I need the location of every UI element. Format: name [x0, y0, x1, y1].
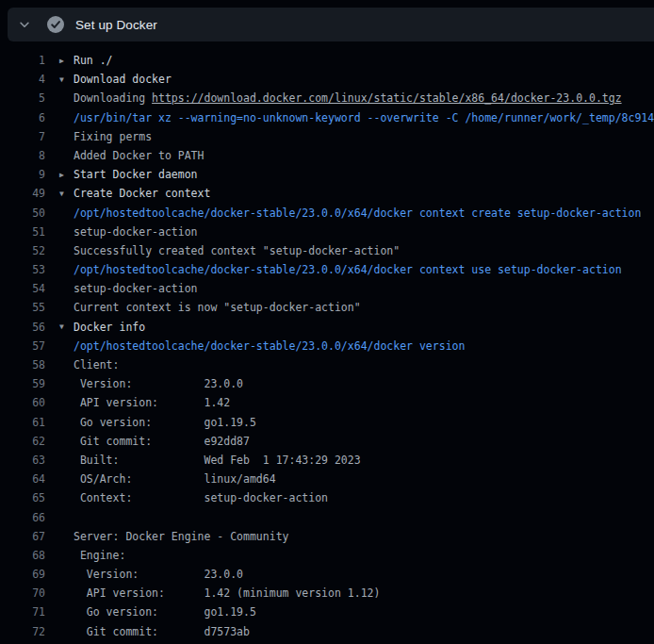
log-link[interactable]: https://download.docker.com/linux/static…	[152, 91, 622, 105]
chevron-down-icon[interactable]	[18, 18, 31, 31]
log-gutter	[45, 413, 74, 432]
log-line-number[interactable]: 62	[0, 432, 45, 451]
log-line: 72 Git commit: d7573ab	[0, 622, 654, 641]
log-line-number[interactable]: 5	[0, 89, 45, 107]
log-line-number[interactable]: 67	[0, 527, 45, 546]
log-line-number[interactable]: 50	[0, 204, 45, 223]
log-gutter: ▼	[45, 184, 74, 203]
log-gutter	[45, 337, 74, 355]
log-line: 59 Version: 23.0.0	[0, 374, 654, 393]
log-line: 67Server: Docker Engine - Community	[0, 527, 654, 546]
log-gutter	[45, 298, 74, 317]
log-line-number[interactable]: 7	[0, 127, 45, 146]
log-line-number[interactable]: 66	[0, 508, 45, 527]
log-text: Git commit: e92dd87	[74, 432, 654, 451]
log-line: 5Downloading https://download.docker.com…	[0, 89, 654, 107]
log-line: 65 Context: setup-docker-action	[0, 488, 654, 507]
log-text: /opt/hostedtoolcache/docker-stable/23.0.…	[74, 204, 654, 223]
log-text: Go version: go1.19.5	[74, 413, 654, 432]
group-collapse-icon[interactable]: ▼	[59, 185, 64, 204]
log-text: Server: Docker Engine - Community	[74, 527, 654, 546]
log-text: Successfully created context "setup-dock…	[74, 241, 654, 260]
log-line-number[interactable]: 56	[0, 318, 45, 337]
log-line-number[interactable]: 61	[0, 413, 45, 432]
log-text: API version: 1.42	[74, 393, 654, 412]
group-title[interactable]: Download docker	[74, 70, 654, 89]
log-line-number[interactable]: 58	[0, 355, 45, 374]
log-line-number[interactable]: 59	[0, 374, 45, 393]
log-line: 51setup-docker-action	[0, 223, 654, 241]
log-line: 70 API version: 1.42 (minimum version 1.…	[0, 584, 654, 603]
log-line-number[interactable]: 72	[0, 622, 45, 641]
log-line-number[interactable]: 9	[0, 165, 45, 184]
log-text: Added Docker to PATH	[74, 146, 654, 165]
log-line-number[interactable]: 6	[0, 108, 45, 127]
group-title[interactable]: Create Docker context	[74, 184, 654, 203]
group-title[interactable]: Docker info	[74, 318, 654, 337]
log-gutter	[45, 127, 74, 146]
log-line-number[interactable]: 55	[0, 298, 45, 317]
group-title[interactable]: Start Docker daemon	[74, 165, 654, 184]
log-text: Context: setup-docker-action	[74, 488, 654, 507]
log-line-number[interactable]: 60	[0, 393, 45, 412]
log-gutter	[45, 546, 74, 565]
log-line: 53/opt/hostedtoolcache/docker-stable/23.…	[0, 260, 654, 279]
group-expand-icon[interactable]: ▶	[59, 166, 64, 185]
log-line: 68 Engine:	[0, 546, 654, 565]
log-line: 69 Version: 23.0.0	[0, 565, 654, 584]
log-line: 58Client:	[0, 355, 654, 374]
log-line: 57/opt/hostedtoolcache/docker-stable/23.…	[0, 337, 654, 355]
log-line: 9▶Start Docker daemon	[0, 165, 654, 184]
log-line-number[interactable]: 54	[0, 279, 45, 298]
log-line-number[interactable]: 65	[0, 488, 45, 507]
log-text: OS/Arch: linux/amd64	[74, 470, 654, 488]
log-line-number[interactable]: 53	[0, 260, 45, 279]
step-header[interactable]: Set up Docker	[8, 8, 654, 41]
log-text: /opt/hostedtoolcache/docker-stable/23.0.…	[74, 337, 654, 355]
log-gutter	[45, 565, 74, 584]
log-line-number[interactable]: 4	[0, 70, 45, 89]
log-gutter	[45, 374, 74, 393]
log-line: 61 Go version: go1.19.5	[0, 413, 654, 432]
log-line-number[interactable]: 70	[0, 584, 45, 603]
log-line-number[interactable]: 57	[0, 337, 45, 355]
log-line: 6/usr/bin/tar xz --warning=no-unknown-ke…	[0, 108, 654, 127]
log-text: /opt/hostedtoolcache/docker-stable/23.0.…	[74, 260, 654, 279]
log-gutter	[45, 241, 74, 260]
log-line: 71 Go version: go1.19.5	[0, 603, 654, 621]
group-collapse-icon[interactable]: ▼	[59, 71, 64, 90]
log-gutter	[45, 451, 74, 470]
log-line-number[interactable]: 1	[0, 51, 45, 70]
log-gutter	[45, 584, 74, 603]
log-line: 55Current context is now "setup-docker-a…	[0, 298, 654, 317]
log-line-number[interactable]: 63	[0, 451, 45, 470]
log-line-number[interactable]: 52	[0, 241, 45, 260]
group-title[interactable]: Run ./	[74, 51, 654, 70]
log-line-number[interactable]: 64	[0, 470, 45, 488]
log-line-number[interactable]: 68	[0, 546, 45, 565]
log-line: 8Added Docker to PATH	[0, 146, 654, 165]
log-line-number[interactable]: 51	[0, 223, 45, 241]
log-text: Built: Wed Feb 1 17:43:29 2023	[74, 451, 654, 470]
log-line: 4▼Download docker	[0, 70, 654, 89]
log-line-number[interactable]: 69	[0, 565, 45, 584]
log-gutter	[45, 146, 74, 165]
log-line-number[interactable]: 49	[0, 184, 45, 203]
log-line: 49▼Create Docker context	[0, 184, 654, 203]
group-collapse-icon[interactable]: ▼	[59, 318, 64, 337]
log-text: Version: 23.0.0	[74, 374, 654, 393]
log-line-number[interactable]: 8	[0, 146, 45, 165]
group-expand-icon[interactable]: ▶	[59, 52, 64, 71]
log-text: Client:	[74, 355, 654, 374]
log-text: Downloading https://download.docker.com/…	[74, 89, 654, 107]
check-circle-icon	[47, 16, 64, 33]
log-line: 66	[0, 508, 654, 527]
log-line: 50/opt/hostedtoolcache/docker-stable/23.…	[0, 204, 654, 223]
log-gutter	[45, 355, 74, 374]
log-line-number[interactable]: 71	[0, 603, 45, 621]
log-gutter	[45, 527, 74, 546]
log-text: Git commit: d7573ab	[74, 622, 654, 641]
log-text: Current context is now "setup-docker-act…	[74, 298, 654, 317]
log-gutter	[45, 204, 74, 223]
log-gutter: ▶	[45, 51, 74, 70]
